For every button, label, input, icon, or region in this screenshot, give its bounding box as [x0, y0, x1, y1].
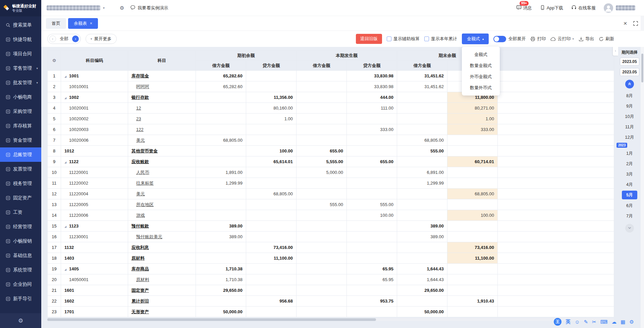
format-option-金额式[interactable]: 金额式: [462, 49, 500, 60]
show-aux-checkbox[interactable]: 显示辅助核算: [387, 36, 420, 42]
sidebar-item-经营管理[interactable]: 经营管理: [0, 219, 41, 234]
sidebar-item-税务管理[interactable]: 税务管理: [0, 176, 41, 191]
handwriting-icon[interactable]: ✎: [584, 319, 588, 325]
sidebar-item-批发管理[interactable]: 批发管理▾: [0, 75, 41, 90]
month-item-12月[interactable]: 12月: [625, 132, 634, 142]
table-row[interactable]: 1211220004美元68,805.0068,805.00: [48, 189, 614, 199]
fullscreen-icon[interactable]: [633, 21, 638, 26]
sidebar-item-库存核算[interactable]: 库存核算: [0, 119, 41, 133]
support-button[interactable]: 在线客服: [571, 5, 596, 11]
cloud-icon[interactable]: ☁: [611, 319, 616, 325]
period-to[interactable]: 2023.05: [620, 68, 639, 76]
sidebar-item-新手导引[interactable]: 新手导引: [0, 291, 41, 306]
account-name-link[interactable]: 原材料: [131, 256, 145, 261]
org-selector[interactable]: ▾: [47, 5, 114, 10]
table-row[interactable]: 221602累计折旧956.68953.751,910.43: [48, 296, 614, 307]
table-row[interactable]: 1311220005所在地区555.00555.00: [48, 199, 614, 210]
format-select-button[interactable]: 金额式 ▴: [462, 34, 489, 44]
horizontal-scrollbar-thumb[interactable]: [47, 318, 376, 321]
month-item-8月[interactable]: 8月: [626, 90, 633, 101]
table-row[interactable]: 15◢1123预付账款389.00389.00: [48, 221, 614, 232]
tab-余额表[interactable]: 余额表×: [68, 18, 98, 29]
expand-icon[interactable]: ◢: [64, 268, 69, 271]
month-item-11月[interactable]: 11月: [625, 122, 634, 132]
sidebar-item-采购管理[interactable]: 采购管理: [0, 104, 41, 119]
account-name-link[interactable]: 应收账款: [131, 159, 149, 164]
print-button[interactable]: 打印: [530, 36, 546, 42]
sidebar-item-基础信息[interactable]: 基础信息: [0, 248, 41, 263]
table-row[interactable]: 19◢1405库存商品1,710.3865.951,644.43: [48, 264, 614, 274]
table-row[interactable]: 510020002231.001.00: [48, 114, 614, 124]
sidebar-item-小畅电商[interactable]: 小畅电商: [0, 90, 41, 104]
account-name-link[interactable]: 122: [136, 127, 144, 132]
table-row[interactable]: 231701无形资产50,000.0050,000.00: [48, 307, 614, 317]
table-row[interactable]: 2014050001原材料1,710.3865.951,644.43: [48, 274, 614, 285]
expand-icon[interactable]: ◢: [64, 75, 69, 78]
table-row[interactable]: 1411220006游戏100.00100.00: [48, 210, 614, 221]
account-name-link[interactable]: 美元: [136, 138, 145, 143]
account-name-link[interactable]: 人民币: [136, 170, 149, 175]
expand-all-toggle[interactable]: 全部展开: [493, 36, 526, 42]
table-row[interactable]: 1611230001预付账款美元389.00389.00: [48, 232, 614, 242]
show-ytd-checkbox[interactable]: 显示本年累计: [424, 36, 457, 42]
close-all-icon[interactable]: ✕: [623, 21, 627, 26]
refresh-button[interactable]: 刷新: [599, 36, 614, 42]
format-option-数量外币式[interactable]: 数量外币式: [462, 82, 500, 93]
sidebar-settings-button[interactable]: ⚙: [0, 313, 41, 328]
table-row[interactable]: 81012其他货币资金100.00655.00555.00: [48, 146, 614, 156]
account-name-link[interactable]: 预付账款: [131, 223, 149, 228]
format-option-数量金额式[interactable]: 数量金额式: [462, 60, 500, 71]
account-name-link[interactable]: 无形资产: [131, 309, 149, 314]
sidebar-item-工资[interactable]: 工资: [0, 205, 41, 219]
table-row[interactable]: 210010001呵呵呵65,282.6033,830.9831,451.62: [48, 81, 614, 92]
table-row[interactable]: 171132应收利息73,416.0073,416.00: [48, 242, 614, 253]
period-from[interactable]: 2023.05: [620, 58, 639, 66]
export-button[interactable]: 导出: [579, 36, 594, 42]
table-row[interactable]: 710020006美元68,805.0068,805.00: [48, 135, 614, 146]
column-settings-button[interactable]: ⚙: [48, 51, 61, 71]
table-row[interactable]: 1011220001人民币1,891.005,000.006,891.00: [48, 167, 614, 178]
sidebar-item-发票管理[interactable]: 发票管理: [0, 162, 41, 176]
account-scope-select[interactable]: ‹ 全部 ›: [47, 34, 81, 44]
account-name-link[interactable]: 应收利息: [131, 245, 149, 250]
sidebar-item-快捷导航[interactable]: 快捷导航: [0, 32, 41, 47]
expand-icon[interactable]: ◢: [64, 161, 69, 164]
month-item-3月[interactable]: 3月: [626, 169, 633, 179]
horizontal-scrollbar[interactable]: [47, 318, 614, 321]
expand-icon[interactable]: ◢: [64, 225, 69, 228]
account-name-link[interactable]: 预付账款美元: [136, 234, 162, 239]
app-download-button[interactable]: App下载: [540, 5, 563, 11]
account-name-link[interactable]: 12: [136, 106, 141, 111]
skin-icon[interactable]: ▦: [621, 319, 625, 325]
account-name-link[interactable]: 呵呵呵: [136, 84, 149, 89]
table-row[interactable]: 610020003122333.00333.00: [48, 124, 614, 135]
account-name-link[interactable]: 所在地区: [136, 202, 154, 207]
table-row[interactable]: 1◢1001库存现金65,282.6033,830.9831,451.62: [48, 71, 614, 81]
sidebar-item-项目合同[interactable]: 项目合同: [0, 47, 41, 61]
ime-logo-icon[interactable]: 王: [554, 318, 561, 326]
cloud-print-button[interactable]: 云打印 ▾: [550, 36, 574, 42]
month-item-2月[interactable]: 2月: [626, 158, 633, 169]
month-item-4月[interactable]: 4月: [626, 179, 633, 190]
month-item-1月[interactable]: 1月: [626, 148, 633, 158]
table-row[interactable]: 3◢1002银行存款11,356.00444.0011,800.00: [48, 92, 614, 103]
table-row[interactable]: 4100200011280,160.00111.0080,271.00: [48, 103, 614, 114]
sidebar-item-企业协同[interactable]: 企业协同: [0, 277, 41, 291]
collapse-panel-button[interactable]: ‹: [613, 46, 618, 56]
table-row[interactable]: 1111220002往来标签1,299.991,299.99: [48, 178, 614, 189]
user-menu[interactable]: [604, 3, 635, 13]
expand-icon[interactable]: ◢: [64, 96, 69, 100]
month-item-6月[interactable]: 6月: [626, 200, 633, 211]
settings-gear-icon[interactable]: ⚙: [120, 5, 124, 11]
sidebar-item-零售管理[interactable]: 零售管理▾: [0, 61, 41, 75]
keyboard-icon[interactable]: ⌨: [600, 319, 608, 325]
month-item-9月[interactable]: 9月: [626, 101, 633, 111]
account-name-link[interactable]: 往来标签: [136, 181, 154, 186]
sidebar-item-小畅报销[interactable]: 小畅报销: [0, 234, 41, 248]
toggle-switch-icon[interactable]: [493, 36, 506, 42]
table-row[interactable]: 9◢1122应收账款65,614.015,555.00655.0060,714.…: [48, 156, 614, 167]
sidebar-item-总账管理[interactable]: 总账管理: [0, 147, 41, 162]
sidebar-item-固定资产[interactable]: 固定资产: [0, 191, 41, 205]
sidebar-item-资金管理[interactable]: 资金管理: [0, 133, 41, 147]
account-name-link[interactable]: 累计折旧: [131, 299, 149, 304]
